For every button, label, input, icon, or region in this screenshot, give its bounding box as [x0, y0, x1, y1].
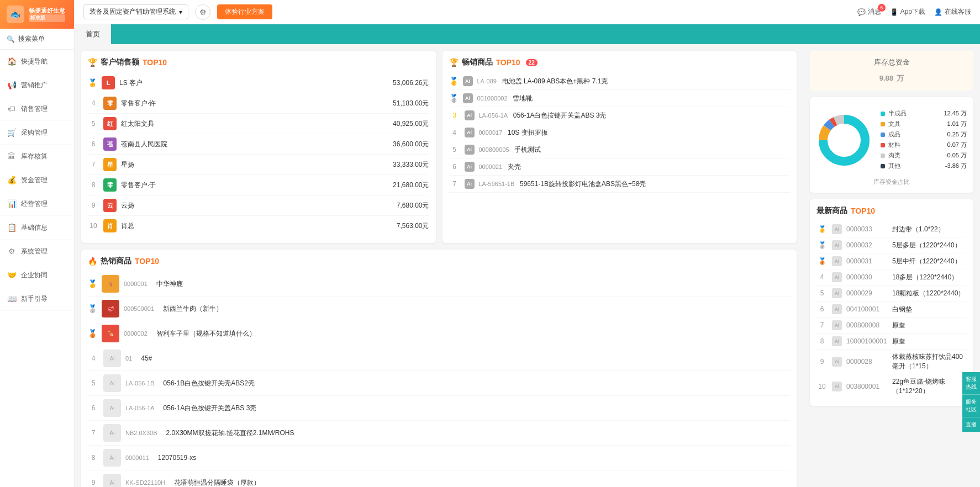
table-row: 7 星 星扬 33,333.00元: [88, 155, 429, 175]
product-name: 体裁蒸核味苏打饮品400毫升（1*15）: [892, 352, 967, 371]
legend-item: 半成品 12.45 万: [881, 109, 967, 118]
product-icon: Ai: [465, 179, 475, 189]
list-item: 4 Ai 0000030 18多层（1220*2440）: [816, 269, 967, 285]
sidebar-item-sales[interactable]: 🏷 销售管理: [0, 97, 74, 121]
product-name: 中华神鹿: [156, 279, 183, 289]
product-code: 0000017: [479, 129, 503, 136]
system-selector[interactable]: 装备及固定资产辅助管理系统 ▾: [83, 4, 188, 19]
message-badge: 6: [878, 4, 886, 12]
finance-icon: 💰: [7, 175, 17, 185]
product-code: 0000002: [124, 330, 147, 337]
left-panel: 🏆 客户销售额 TOP10 🥇 L LS 客户 53,006.26元 4 零: [75, 44, 803, 487]
product-thumbnail: 🥩: [102, 300, 119, 317]
table-row: 10 肖 肖总 7,563.00元: [88, 216, 429, 236]
search-icon: 🔍: [7, 35, 15, 43]
nav-label: 系统管理: [21, 247, 48, 256]
topbar-right: 💬 消息 6 📱 App下载 👤 在线客服: [857, 7, 971, 17]
tab-home[interactable]: 首页: [75, 24, 111, 44]
customer-rank-table: 🥇 L LS 客户 53,006.26元 4 零 零售客户·许 51,183.0…: [88, 73, 429, 236]
nav-label: 采购管理: [21, 128, 48, 137]
sidebar-item-operation[interactable]: 📊 经营管理: [0, 192, 74, 216]
guide-icon: 📖: [7, 294, 17, 304]
sidebar-item-finance[interactable]: 💰 资金管理: [0, 168, 74, 192]
inventory-chart-card: 半成品 12.45 万 文具 1.01 万 成品 0.25 万: [810, 97, 973, 193]
table-row: 3 Ai LA-056-1A 056-1A白色按键开关盖ABS 3壳: [449, 107, 791, 124]
list-item: 🥉 Ai 0000031 5层中纤（1220*2440）: [816, 253, 967, 269]
product-name: 夹壳: [508, 163, 521, 171]
avatar: 云: [103, 199, 117, 212]
avatar: 红: [103, 117, 117, 130]
legend-item: 肉类 -0.05 万: [881, 151, 967, 160]
sidebar-item-enterprise[interactable]: 🤝 企业协同: [0, 263, 74, 287]
bestseller-badge: 22: [526, 59, 538, 66]
legend-item: 其他 -3.86 万: [881, 162, 967, 170]
product-code: KK-SD22110H: [125, 479, 165, 486]
list-item: 5 Ai LA-056-1B 056-1B白色按键开关壳ABS2壳: [88, 371, 790, 396]
product-thumbnail: Ai: [103, 374, 121, 392]
list-item: 🥈 🥩 000500001 新西兰牛肉（新牛）: [88, 297, 790, 321]
product-icon: Ai: [463, 93, 473, 103]
sidebar-item-marketing[interactable]: 📢 营销推广: [0, 73, 74, 97]
marketing-icon: 📢: [7, 80, 17, 90]
settings-button[interactable]: ⚙: [195, 4, 210, 20]
topbar: 装备及固定资产辅助管理系统 ▾ ⚙ 体验行业方案 💬 消息 6 📱 App下载 …: [75, 0, 980, 24]
fire-icon: 🔥: [88, 257, 97, 266]
list-item: 6 Ai 004100001 白钢垫: [816, 301, 967, 317]
online-service-button[interactable]: 👤 在线客服: [934, 7, 971, 17]
sidebar-item-guide[interactable]: 📖 新手引导: [0, 287, 74, 311]
product-code: 004100001: [846, 305, 888, 313]
system-name: 装备及固定资产辅助管理系统: [89, 7, 176, 17]
customer-amount: 51,183.00元: [393, 99, 429, 108]
trial-button[interactable]: 体验行业方案: [217, 4, 272, 19]
sidebar-item-quick-nav[interactable]: 🏠 快捷导航: [0, 50, 74, 73]
product-icon: Ai: [465, 110, 475, 120]
list-item: 10 Ai 003800001 22g鱼豆腐-烧烤味（1*12*20）: [816, 374, 967, 399]
newest-products-card: 最新商品 TOP10 🥇 Ai 0000033 封边带（1.0*22） 🥈 Ai…: [810, 199, 973, 406]
product-name: 056-1B白色按键开关壳ABS2壳: [164, 379, 255, 388]
community-button[interactable]: 服务社区: [962, 395, 980, 417]
customer-amount: 36,600.00元: [393, 140, 429, 149]
legend-item: 文具 1.01 万: [881, 120, 967, 128]
inventory-title: 库存总资金: [816, 57, 967, 67]
product-code: 000500001: [124, 305, 154, 312]
product-name: 10S 变扭罗扳: [508, 129, 548, 136]
sidebar-logo: 🐟 畅捷通好生意 标准版: [0, 0, 74, 29]
sidebar-item-system[interactable]: ⚙ 系统管理: [0, 240, 74, 263]
customer-service-button[interactable]: 客服热线: [962, 372, 980, 395]
avatar: 星: [103, 158, 117, 171]
product-icon: Ai: [465, 145, 475, 155]
product-thumbnail: Ai: [103, 399, 121, 417]
purchase-icon: 🛒: [7, 128, 17, 137]
table-row: 5 Ai 000800005 手机测试: [449, 141, 791, 158]
message-button[interactable]: 💬 消息 6: [857, 7, 881, 17]
customer-name: 肖总: [121, 221, 392, 231]
medal-icon: 🥇: [88, 78, 97, 87]
product-name: 45#: [141, 354, 152, 362]
table-row: 6 苍 苍南县人民医院 36,600.00元: [88, 134, 429, 155]
inventory-summary-card: 库存总资金 9.88 万: [810, 51, 973, 91]
table-row: 4 Ai 0000017 10S 变扭罗扳: [449, 124, 791, 141]
sidebar-item-inventory[interactable]: 🏛 库存核算: [0, 145, 74, 168]
donut-legend: 半成品 12.45 万 文具 1.01 万 成品 0.25 万: [881, 109, 967, 172]
live-button[interactable]: 直播: [962, 417, 980, 432]
product-code: 0000033: [846, 225, 888, 233]
app-download-button[interactable]: 📱 App下载: [890, 7, 925, 17]
system-icon: ⚙: [7, 246, 17, 256]
product-thumbnail: Ai: [103, 474, 121, 487]
sidebar-item-basic[interactable]: 📋 基础信息: [0, 216, 74, 240]
main-area: 装备及固定资产辅助管理系统 ▾ ⚙ 体验行业方案 💬 消息 6 📱 App下载 …: [75, 0, 980, 487]
trophy-icon: 🏆: [449, 58, 459, 67]
donut-chart: [816, 113, 872, 170]
nav-label: 新手引导: [21, 294, 48, 304]
bestseller-table: 🥇 Ai LA-089 电池盖 LA-089 ABS本色+黑种 7.1克 🥈 A…: [449, 73, 791, 193]
product-name: 白钢垫: [892, 305, 967, 314]
nav-label: 营销推广: [21, 81, 48, 90]
sidebar-item-purchase[interactable]: 🛒 采购管理: [0, 121, 74, 145]
home-icon: 🏠: [7, 56, 17, 66]
bestseller-title: 🏆 畅销商品 TOP10 22: [449, 57, 791, 67]
list-item: 6 Ai LA-056-1A 056-1A白色按键开关盖ABS 3壳: [88, 396, 790, 421]
product-code: 0000021: [479, 163, 503, 170]
message-icon: 💬: [857, 8, 866, 16]
customer-amount: 40,925.00元: [393, 119, 429, 129]
search-menu[interactable]: 🔍 搜索菜单: [0, 29, 74, 50]
